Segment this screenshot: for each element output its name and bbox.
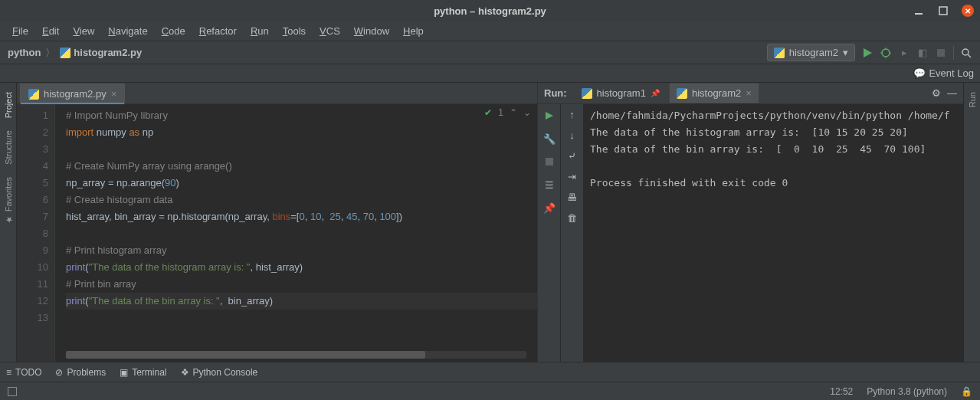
menu-view[interactable]: View bbox=[67, 23, 100, 39]
debug-button[interactable] bbox=[880, 47, 892, 59]
event-log-button[interactable]: 💬 Event Log bbox=[913, 67, 974, 79]
speech-bubble-icon: 💬 bbox=[913, 67, 926, 79]
chevron-down-icon[interactable]: ⌄ bbox=[523, 107, 531, 118]
run-config-selector[interactable]: histogram2 ▾ bbox=[767, 44, 855, 61]
status-interpreter[interactable]: Python 3.8 (python) bbox=[867, 386, 947, 397]
tool-windows-icon[interactable] bbox=[8, 387, 17, 396]
svg-marker-2 bbox=[864, 48, 872, 57]
inspection-count: 1 bbox=[498, 107, 503, 118]
code-line-3[interactable] bbox=[66, 141, 537, 158]
window-title: python – histogram2.py bbox=[434, 5, 546, 17]
code-line-8[interactable] bbox=[66, 225, 537, 242]
close-tab-icon[interactable]: × bbox=[111, 88, 117, 100]
code-line-7[interactable]: hist_array, bin_array = np.histogram(np_… bbox=[66, 208, 537, 225]
breadcrumb-file[interactable]: histogram2.py bbox=[60, 47, 142, 58]
run-tab-histogram2[interactable]: histogram2× bbox=[670, 84, 759, 103]
layout-icon[interactable]: ☰ bbox=[542, 178, 556, 192]
run-coverage-button[interactable]: ▸ bbox=[898, 47, 910, 59]
search-everywhere-button[interactable] bbox=[960, 47, 972, 59]
menu-refactor[interactable]: Refactor bbox=[193, 23, 243, 39]
menu-run[interactable]: Run bbox=[244, 23, 275, 39]
python-console-icon: ❖ bbox=[181, 367, 189, 378]
run-header: Run: histogram1📌histogram2× ⚙ — bbox=[538, 83, 963, 104]
tool-run[interactable]: Run bbox=[966, 86, 978, 113]
scrollbar-thumb[interactable] bbox=[66, 351, 425, 359]
run-tab-histogram1[interactable]: histogram1📌 bbox=[575, 84, 667, 103]
svg-rect-8 bbox=[937, 49, 945, 57]
stop-button[interactable] bbox=[542, 155, 556, 169]
minimize-button[interactable] bbox=[913, 5, 925, 17]
editor-tab[interactable]: histogram2.py × bbox=[20, 84, 125, 103]
down-arrow-icon[interactable]: ↓ bbox=[569, 130, 575, 141]
svg-point-9 bbox=[962, 49, 969, 55]
run-tool-window: Run: histogram1📌histogram2× ⚙ — 🔧 ☰ 📌 ↑ … bbox=[537, 83, 963, 362]
svg-rect-12 bbox=[546, 158, 553, 166]
code-area[interactable]: # Import NumPy libraryimport numpy as np… bbox=[55, 104, 537, 362]
code-line-11[interactable]: # Print bin array bbox=[66, 276, 537, 293]
code-line-5[interactable]: np_array = np.arange(90) bbox=[66, 175, 537, 192]
code-line-1[interactable]: # Import NumPy library bbox=[66, 107, 537, 124]
stop-button[interactable] bbox=[935, 47, 947, 59]
svg-marker-11 bbox=[546, 112, 553, 120]
right-tool-strip: Run bbox=[963, 83, 980, 362]
tool-project[interactable]: Project bbox=[2, 86, 15, 124]
chevron-up-icon[interactable]: ⌃ bbox=[510, 107, 517, 118]
check-icon: ✔ bbox=[484, 107, 492, 118]
python-icon bbox=[774, 48, 785, 58]
menu-file[interactable]: File bbox=[6, 23, 34, 39]
bottom-tool-todo[interactable]: ≡TODO bbox=[6, 367, 41, 378]
bottom-tool-python-console[interactable]: ❖Python Console bbox=[181, 367, 258, 378]
pin-icon: 📌 bbox=[651, 89, 660, 97]
python-icon bbox=[677, 88, 687, 99]
status-time: 12:52 bbox=[830, 386, 853, 397]
editor-inspections[interactable]: ✔ 1 ⌃ ⌄ bbox=[484, 107, 531, 118]
minimize-panel-icon[interactable]: — bbox=[947, 87, 957, 99]
close-button[interactable]: ✕ bbox=[962, 5, 974, 17]
close-icon[interactable]: × bbox=[746, 87, 752, 99]
breadcrumb-project[interactable]: python bbox=[8, 47, 41, 58]
trash-icon[interactable]: 🗑 bbox=[567, 212, 577, 224]
gear-icon[interactable]: ⚙ bbox=[932, 87, 941, 99]
divider bbox=[953, 46, 954, 60]
code-line-10[interactable]: print("The data of the histogram array i… bbox=[66, 259, 537, 276]
scroll-end-icon[interactable]: ⇥ bbox=[568, 171, 576, 182]
lock-icon[interactable]: 🔒 bbox=[961, 386, 972, 397]
menu-window[interactable]: Window bbox=[348, 23, 395, 39]
python-file-icon bbox=[60, 48, 70, 58]
menu-tools[interactable]: Tools bbox=[277, 23, 312, 39]
code-line-4[interactable]: # Create NumPy array using arange() bbox=[66, 158, 537, 175]
code-line-6[interactable]: # Create histogram data bbox=[66, 192, 537, 208]
horizontal-scrollbar[interactable] bbox=[66, 351, 526, 359]
tool-favorites[interactable]: ★ Favorites bbox=[2, 171, 15, 231]
code-line-12[interactable]: print("The data of the bin array is: ", … bbox=[66, 293, 537, 310]
tool-structure[interactable]: Structure bbox=[2, 124, 15, 171]
menu-vcs[interactable]: VCS bbox=[313, 23, 346, 39]
up-arrow-icon[interactable]: ↑ bbox=[569, 109, 575, 120]
bottom-tool-problems[interactable]: ⊘Problems bbox=[55, 367, 106, 378]
maximize-button[interactable] bbox=[937, 5, 949, 17]
profile-button[interactable]: ◧ bbox=[916, 47, 929, 59]
code-line-2[interactable]: import numpy as np bbox=[66, 124, 537, 141]
editor-body[interactable]: 12345678910111213 # Import NumPy library… bbox=[17, 104, 537, 362]
wrench-icon[interactable]: 🔧 bbox=[542, 132, 556, 146]
bottom-tool-label: Terminal bbox=[132, 367, 166, 378]
editor-tab-label: histogram2.py bbox=[44, 88, 107, 100]
chevron-down-icon: ▾ bbox=[843, 47, 848, 58]
pin-icon[interactable]: 📌 bbox=[542, 201, 556, 215]
menu-help[interactable]: Help bbox=[397, 23, 430, 39]
breadcrumb-separator: 〉 bbox=[45, 46, 55, 60]
print-icon[interactable]: 🖶 bbox=[567, 192, 577, 203]
bottom-tool-label: Problems bbox=[67, 367, 106, 378]
bottom-tool-terminal[interactable]: ▣Terminal bbox=[120, 367, 166, 378]
menu-edit[interactable]: Edit bbox=[36, 23, 65, 39]
soft-wrap-icon[interactable]: ⤶ bbox=[568, 150, 576, 162]
console-output[interactable]: /home/fahmida/PycharmProjects/python/ven… bbox=[584, 104, 963, 362]
menu-code[interactable]: Code bbox=[156, 23, 192, 39]
rerun-button[interactable] bbox=[542, 109, 556, 123]
code-line-13[interactable] bbox=[66, 310, 537, 326]
menu-navigate[interactable]: Navigate bbox=[102, 23, 153, 39]
run-title: Run: bbox=[544, 87, 567, 99]
code-line-9[interactable]: # Print histogram array bbox=[66, 242, 537, 259]
run-button[interactable] bbox=[861, 47, 873, 59]
terminal-icon: ▣ bbox=[120, 367, 128, 378]
